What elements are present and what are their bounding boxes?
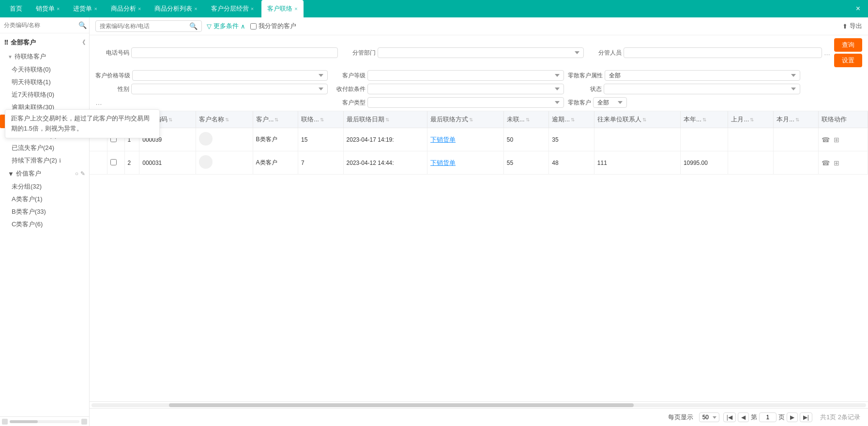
value-edit-icon[interactable]: ✎ [80,170,85,177]
horizontal-scrollbar[interactable] [90,401,868,408]
close-sales-tab-icon[interactable]: × [57,6,60,12]
nav-tab-purchase[interactable]: 进货单 × [67,0,103,17]
sidebar-item-ungroup[interactable]: 未分组(32) [0,180,89,193]
more-chevron-icon: ∧ [241,23,245,30]
sidebar-scrollbar[interactable] [10,420,79,423]
row2-contact-count: 7 [298,151,343,175]
close-product-analysis-tab-icon[interactable]: × [138,6,141,12]
th-current-month[interactable]: 本月...⇅ [773,111,818,128]
payment-select[interactable] [367,84,564,94]
gender-select[interactable] [131,84,328,94]
th-current-year[interactable]: 本年...⇅ [680,111,728,128]
prev-page-button[interactable]: ◀ [738,412,749,422]
sidebar-item-declining[interactable]: 持续下滑客户(2) ℹ [0,154,89,167]
export-button[interactable]: ⬆ 导出 [842,22,862,30]
close-product-list-tab-icon[interactable]: × [194,6,197,12]
row1-more-icon[interactable]: ⊞ [834,136,839,144]
sidebar-scroll-right[interactable] [81,419,87,425]
row2-actions: ☎ ⊞ [819,151,868,175]
th-contact-count[interactable]: 联络...⇅ [298,111,343,128]
close-customer-contact-tab-icon[interactable]: × [294,6,297,12]
person-dots-icon[interactable]: … [824,49,830,57]
nav-tab-customer-segment[interactable]: 客户分层经营 × [205,0,259,17]
value-add-icon[interactable]: ○ [75,170,78,177]
row1-overdue: 35 [549,128,594,151]
customer-type-select[interactable] [367,97,564,108]
retail-attr-select[interactable]: 全部 [605,70,800,81]
th-last-month[interactable]: 上月...⇅ [728,111,773,128]
row2-last-method: 下销货单 [427,151,504,175]
more-conditions-btn[interactable]: ▽ 更多条件 ∧ [207,22,245,30]
my-customers-checkbox[interactable] [250,23,257,29]
last-page-button[interactable]: ▶| [800,412,812,422]
main-layout: 🔍 ⠿ 全部客户 《 ▼ 待联络客户 今天待联络(0) 明天待联络(1) 近7天… [0,17,868,426]
page-number-input[interactable] [759,412,777,422]
window-close-button[interactable]: × [852,4,864,13]
sidebar-item-tomorrow[interactable]: 明天待联络(1) [0,76,89,88]
phone-input[interactable] [131,47,338,58]
sidebar-item-7days[interactable]: 近7天待联络(0) [0,88,89,101]
page-size-select[interactable]: 50 [699,412,719,422]
search-icon[interactable]: 🔍 [189,22,198,30]
more-filters-icon[interactable]: … [95,99,102,106]
th-last-contact-method[interactable]: 最后联络方式⇅ [427,111,504,128]
sidebar-item-b-class[interactable]: B类客户(33) [0,206,89,218]
query-button[interactable]: 查询 [834,38,862,52]
row2-method-link[interactable]: 下销货单 [430,159,456,166]
first-page-button[interactable]: |◀ [723,412,736,422]
sidebar-collapse-icon[interactable]: 《 [79,39,85,47]
price-level-select[interactable] [132,70,328,81]
scrollbar-track[interactable] [91,403,866,407]
th-customer-type[interactable]: 客户...⇅ [253,111,298,128]
customer-level-select[interactable] [367,70,564,81]
row2-last-date: 2023-04-12 14:44: [343,151,427,175]
search-input[interactable] [100,23,187,29]
row1-contact-count: 15 [298,128,343,151]
sidebar-item-a-class[interactable]: A类客户(1) [0,193,89,206]
row1-contact-icon[interactable]: ☎ [822,136,830,144]
sidebar-all-customers[interactable]: ⠿ 全部客户 《 [0,35,89,50]
sidebar-item-c-class[interactable]: C类客户(6) [0,218,89,231]
sidebar-item-today[interactable]: 今天待联络(0) [0,63,89,76]
dept-select[interactable] [378,47,584,58]
nav-tab-customer-contact[interactable]: 客户联络 × [261,0,303,17]
sidebar-scroll-left[interactable] [2,419,8,425]
row2-contact-icon[interactable]: ☎ [822,159,830,167]
row2-more-icon[interactable]: ⊞ [834,159,839,167]
th-uncontacted[interactable]: 未联...⇅ [503,111,548,128]
row1-method-link[interactable]: 下销货单 [430,136,456,143]
next-page-button[interactable]: ▶ [787,412,798,422]
sidebar-waiting-contact-section[interactable]: ▼ 待联络客户 [0,50,89,63]
payment-field: 收付款条件 [332,84,564,94]
nav-tab-sales[interactable]: 销货单 × [30,0,65,17]
nav-tab-product-analysis[interactable]: 商品分析 × [105,0,147,17]
filter-row-4: … 客户类型 零散客户 全部 [95,97,862,108]
table-area: ⚙ # 客户编码⇅ 客户名称⇅ 客户...⇅ [90,111,868,401]
row2-checkbox[interactable] [110,159,117,165]
sidebar-search-input[interactable] [4,22,76,29]
nav-tab-home[interactable]: 首页 [4,0,28,17]
filter-buttons: 查询 设置 [834,38,862,67]
per-page-label: 每页显示 [668,413,693,422]
total-pages-label: 共1页 2条记录 [820,413,860,422]
status-select[interactable] [604,84,800,94]
sidebar-item-already-lost[interactable]: 已流失客户(24) [0,142,89,154]
data-table: ⚙ # 客户编码⇅ 客户名称⇅ 客户...⇅ [90,111,868,175]
th-customer-name[interactable]: 客户名称⇅ [196,111,253,128]
tooltip-box: 距客户上次交易时长，超过了此客户的平均交易周期的1.5倍，则视为异常。 [5,109,89,138]
nav-tab-product-list[interactable]: 商品分析列表 × [149,0,203,17]
retail-customer-select[interactable]: 全部 [593,97,627,108]
th-overdue[interactable]: 逾期...⇅ [549,111,594,128]
sidebar-search-icon[interactable]: 🔍 [78,21,87,29]
sort-uncontacted-icon: ⇅ [526,117,530,122]
sidebar-value-customers-section[interactable]: ▼ 价值客户 ○ ✎ [0,167,89,180]
row2-check [107,151,124,175]
th-unit-contact[interactable]: 往来单位联系人⇅ [594,111,680,128]
declining-info-icon[interactable]: ℹ [59,158,61,163]
person-input[interactable] [624,47,822,58]
close-purchase-tab-icon[interactable]: × [94,6,97,12]
scrollbar-thumb[interactable] [169,403,634,407]
close-customer-segment-tab-icon[interactable]: × [251,6,254,12]
th-last-contact-date[interactable]: 最后联络日期⇅ [343,111,427,128]
settings-button[interactable]: 设置 [834,54,862,67]
